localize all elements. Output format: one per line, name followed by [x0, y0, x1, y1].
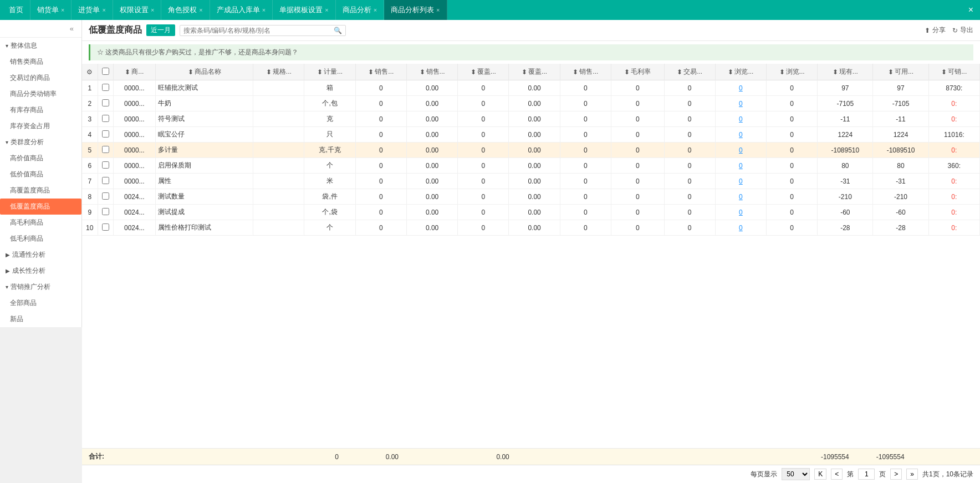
sidebar-item-high-profit[interactable]: 高毛利商品 [0, 215, 81, 231]
table-cell-spec [253, 220, 304, 236]
col-browse2: ⬍浏览... [767, 64, 818, 80]
table-cell-check[interactable] [98, 111, 113, 127]
close-purchase-tab[interactable]: × [102, 7, 105, 13]
sidebar-item-new-goods[interactable]: 新品 [0, 311, 81, 327]
search-input[interactable] [183, 27, 334, 34]
table-cell-code: 0000... [113, 158, 156, 174]
next-page-btn[interactable]: > [890, 469, 902, 480]
table-cell-check[interactable] [98, 158, 113, 174]
share-button[interactable]: ⬆ 分享 [925, 26, 946, 35]
sidebar-item-stock-capital[interactable]: 库存资金占用 [0, 118, 81, 134]
table-cell-cov2: 0.00 [509, 205, 560, 220]
table-cell-current: -11 [818, 111, 873, 127]
col-check[interactable] [98, 64, 113, 80]
sidebar-item-traded-goods[interactable]: 交易过的商品 [0, 70, 81, 86]
page-input[interactable] [858, 469, 875, 480]
table-cell-cov1: 0 [458, 205, 509, 220]
table-cell-available: -28 [873, 220, 928, 236]
table-cell-name: 测试提成 [156, 205, 253, 220]
table-cell-name: 属性价格打印测试 [156, 220, 253, 236]
sidebar-item-low-profit[interactable]: 低毛利商品 [0, 231, 81, 247]
table-cell-browse1[interactable]: 0 [715, 205, 766, 220]
nav-tab-template[interactable]: 单据模板设置 × [273, 0, 335, 20]
sidebar-item-stocked-goods[interactable]: 有库存商品 [0, 102, 81, 118]
table-cell-cov1: 0 [458, 96, 509, 111]
col-settings[interactable]: ⚙ [82, 64, 98, 80]
close-role-tab[interactable]: × [199, 7, 202, 13]
nav-tab-sales[interactable]: 销货单 × [30, 0, 72, 20]
sidebar-item-all-goods[interactable]: 全部商品 [0, 295, 81, 311]
table-cell-cov1: 0 [458, 111, 509, 127]
sidebar-item-category-rate[interactable]: 商品分类动销率 [0, 86, 81, 102]
close-goods-list-tab[interactable]: × [436, 7, 440, 13]
check-all-checkbox[interactable] [102, 68, 109, 75]
table-cell-code: 0000... [113, 80, 156, 96]
page-size-select[interactable]: 50 100 200 [782, 468, 810, 480]
nav-tab-purchase[interactable]: 进货单 × [72, 0, 113, 20]
nav-tab-home[interactable]: 首页 [2, 0, 30, 20]
export-button[interactable]: ↻ 导出 [952, 26, 973, 35]
table-cell-available: 97 [873, 80, 928, 96]
nav-tab-permission[interactable]: 权限设置 × [113, 0, 161, 20]
table-cell-sellable: 0: [928, 143, 979, 158]
overall-arrow: ▾ [6, 43, 8, 49]
sidebar-section-overall[interactable]: ▾ 整体信息 [0, 38, 81, 54]
close-goods-analysis-tab[interactable]: × [374, 7, 377, 13]
table-cell-check[interactable] [98, 143, 113, 158]
table-cell-spec [253, 174, 304, 189]
footer-sales-qty: 0 [309, 453, 365, 461]
close-permission-tab[interactable]: × [151, 7, 154, 13]
first-page-btn[interactable]: K [814, 469, 826, 480]
table-cell-transaction: 0 [664, 143, 715, 158]
table-cell-check[interactable] [98, 220, 113, 236]
table-footer: 合计: 0 0.00 0.00 -1095554 -1095554 [82, 448, 980, 465]
close-sales-tab[interactable]: × [61, 7, 64, 13]
period-button[interactable]: 近一月 [146, 24, 175, 36]
sidebar-item-low-value[interactable]: 低价值商品 [0, 166, 81, 182]
table-cell-browse1[interactable]: 0 [715, 174, 766, 189]
sidebar-section-marketing[interactable]: ▾ 营销推广分析 [0, 279, 81, 295]
table-cell-check[interactable] [98, 80, 113, 96]
sidebar-collapse-btn[interactable]: « [67, 23, 77, 34]
table-cell-browse1[interactable]: 0 [715, 158, 766, 174]
table-cell-browse1[interactable]: 0 [715, 96, 766, 111]
sidebar-item-low-coverage[interactable]: 低覆盖度商品 [0, 199, 81, 215]
table-cell-browse1[interactable]: 0 [715, 127, 766, 143]
sidebar-section-liquidity[interactable]: ▶ 流通性分析 [0, 247, 81, 263]
table-cell-check[interactable] [98, 174, 113, 189]
table-cell-no: 5 [82, 143, 98, 158]
close-template-tab[interactable]: × [325, 7, 328, 13]
sidebar-item-sales-goods[interactable]: 销售类商品 [0, 54, 81, 70]
table-cell-browse1[interactable]: 0 [715, 143, 766, 158]
table-cell-check[interactable] [98, 205, 113, 220]
liquidity-arrow: ▶ [6, 252, 10, 258]
sidebar-section-growth[interactable]: ▶ 成长性分析 [0, 263, 81, 279]
table-cell-browse1[interactable]: 0 [715, 80, 766, 96]
close-inventory-tab[interactable]: × [262, 7, 266, 13]
table-cell-gross-margin: 0 [611, 158, 664, 174]
sidebar-section-cluster[interactable]: ▾ 类群度分析 [0, 134, 81, 150]
sidebar-item-high-value[interactable]: 高价值商品 [0, 150, 81, 166]
table-cell-sales-days: 0 [560, 143, 611, 158]
table-cell-check[interactable] [98, 96, 113, 111]
table-cell-browse1[interactable]: 0 [715, 111, 766, 127]
nav-tab-role[interactable]: 角色授权 × [161, 0, 210, 20]
nav-tab-goods-list[interactable]: 商品分析列表 × [384, 0, 447, 20]
table-cell-cov2: 0.00 [509, 174, 560, 189]
table-cell-code: 0024... [113, 189, 156, 205]
close-all-button[interactable]: × [964, 5, 978, 15]
sidebar-item-high-coverage[interactable]: 高覆盖度商品 [0, 182, 81, 199]
table-cell-browse1[interactable]: 0 [715, 189, 766, 205]
table-cell-sellable: 0: [928, 189, 979, 205]
last-page-btn[interactable]: » [906, 469, 918, 480]
search-box: 🔍 [180, 25, 346, 36]
table-cell-current: 80 [818, 158, 873, 174]
table-cell-check[interactable] [98, 127, 113, 143]
prev-page-btn[interactable]: < [831, 469, 843, 480]
nav-tab-goods-analysis[interactable]: 商品分析 × [336, 0, 384, 20]
search-icon: 🔍 [334, 27, 342, 34]
nav-tab-inventory[interactable]: 产成品入库单 × [210, 0, 273, 20]
table-cell-sellable: 0: [928, 205, 979, 220]
table-cell-browse1[interactable]: 0 [715, 220, 766, 236]
table-cell-check[interactable] [98, 189, 113, 205]
